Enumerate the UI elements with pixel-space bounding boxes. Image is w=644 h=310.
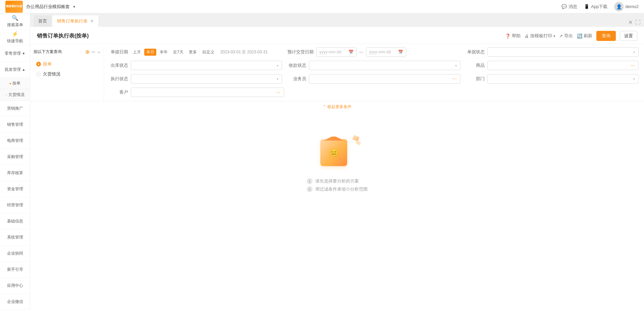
doc-status-arrow: ▾ xyxy=(633,50,635,54)
preset-近7天[interactable]: 近7天 xyxy=(171,49,185,56)
sidebar-item-retail[interactable]: 零售管理 ▼ xyxy=(0,46,30,62)
doc-status-label: 单据状态 xyxy=(466,49,485,55)
window-maximize-icon[interactable]: ⛶ xyxy=(635,19,641,25)
filter-right-panel: 单据日期 上月 本月 本年 近7天 更多 自定义 20 xyxy=(104,47,644,101)
scheme-item-欠货情况[interactable]: ○ 欠货情况 xyxy=(34,69,100,79)
filter-section: 按以下方案查询 ⊕ ✏ « ● 按单 ○ 欠货情况 xyxy=(30,44,644,101)
preset-上月[interactable]: 上月 xyxy=(131,49,143,56)
goods-select[interactable]: ··· xyxy=(487,61,639,70)
scheme-inactive-dot: ○ xyxy=(36,72,41,76)
expected-date-from-input[interactable]: yyyy-mm-dd 📅 xyxy=(316,47,357,57)
expected-date-to-input[interactable]: yyyy-mm-dd 📅 xyxy=(366,47,406,57)
chevron-up-icon: ▲ xyxy=(22,68,25,71)
sidebar-item-marketing[interactable]: 营销推广 xyxy=(0,101,30,117)
page-title: 销售订单执行表(按单) xyxy=(37,33,89,40)
date-filter: 上月 本月 本年 近7天 更多 自定义 2023-03-01 至 2023-03… xyxy=(131,49,268,56)
sidebar-group-retail: 零售管理 ▼ xyxy=(0,46,30,62)
sidebar-item-finance[interactable]: 资金管理 xyxy=(0,181,30,197)
sidebar-item-guide[interactable]: 新手引导 xyxy=(0,262,30,278)
preset-本月[interactable]: 本月 xyxy=(144,49,156,56)
filter-row-1: 单据日期 上月 本月 本年 近7天 更多 自定义 20 xyxy=(109,47,639,57)
empty-box-icon: 😑 xyxy=(320,139,347,166)
nav-icon: ⚡ xyxy=(12,31,18,37)
exec-status-label: 执行状态 xyxy=(109,76,128,82)
goods-dots-icon[interactable]: ··· xyxy=(631,62,635,68)
sidebar-item-basic[interactable]: 基础信息 xyxy=(0,213,30,229)
sidebar-item-sales[interactable]: 销售管理 xyxy=(0,117,30,133)
sidebar-item-system[interactable]: 系统管理 xyxy=(0,229,30,246)
query-button[interactable]: 查询 xyxy=(596,31,616,41)
out-status-select[interactable]: ▾ xyxy=(131,61,282,70)
filter-row-4: 客户 ··· xyxy=(109,88,639,97)
page-actions: ❓ 帮助 🖨 按模板打印 ▾ ↗ 导出 🔄 刷新 xyxy=(505,31,637,41)
export-button[interactable]: ↗ 导出 xyxy=(559,33,573,39)
sidebar-search[interactable]: 🔍 搜索菜单 xyxy=(0,13,30,30)
sidebar-item-wholesale[interactable]: 批发管理 ▲ xyxy=(0,62,30,78)
collapse-scheme-button[interactable]: « xyxy=(98,49,100,55)
step-1-number: 1 xyxy=(307,178,313,184)
page-header: 销售订单执行表(按单) ❓ 帮助 🖨 按模板打印 ▾ ↗ 导出 xyxy=(30,27,644,44)
exec-status-arrow: ▾ xyxy=(277,77,278,81)
chevron-down-icon: ▼ xyxy=(22,52,25,55)
message-button[interactable]: 💬 消息 xyxy=(561,4,577,10)
date-label: 单据日期 xyxy=(109,49,128,55)
date-presets: 上月 本月 本年 近7天 更多 自定义 xyxy=(131,49,216,56)
sidebar-item-apps[interactable]: 应用中心 xyxy=(0,278,30,294)
sidebar-sub-按单[interactable]: ● 按单 xyxy=(0,78,30,89)
sidebar-item-inventory[interactable]: 库存核算 xyxy=(0,165,30,181)
title-dropdown[interactable]: ▾ xyxy=(73,4,75,9)
window-close-icon[interactable]: ✕ xyxy=(628,19,633,25)
empty-steps-list: 1 请先选择要分析的方案 2 用过滤条件来缩小分析范围 xyxy=(307,178,368,194)
salesman-select[interactable]: ··· xyxy=(309,74,460,84)
export-icon: ↗ xyxy=(559,34,563,39)
tab-bar: 首页 销售订单执行表 ✕ ✕ ⛶ xyxy=(30,13,644,27)
scheme-panel-header: 按以下方案查询 ⊕ ✏ « xyxy=(34,47,100,56)
exec-status-select[interactable]: ▾ xyxy=(131,74,282,84)
sidebar-item-wechat[interactable]: 企业微信 xyxy=(0,294,30,310)
add-scheme-button[interactable]: ⊕ xyxy=(85,49,90,55)
template-print-button[interactable]: 🖨 按模板打印 ▾ xyxy=(525,33,555,39)
preset-更多[interactable]: 更多 xyxy=(187,49,199,56)
expected-date-label: 预计交货日期 xyxy=(287,49,314,55)
content-area: 首页 销售订单执行表 ✕ ✕ ⛶ 销售订单执行表(按单) ❓ 帮助 xyxy=(30,13,644,310)
salesman-dots-icon[interactable]: ··· xyxy=(452,76,457,82)
customer-dots-icon[interactable]: ··· xyxy=(276,89,280,95)
user-avatar[interactable]: 👤 demo2 xyxy=(614,2,639,11)
logo: 畅捷通好生意 xyxy=(5,1,23,13)
tab-close-sales-exec[interactable]: ✕ xyxy=(90,19,94,23)
customer-select[interactable]: ··· xyxy=(131,88,284,97)
preset-本年[interactable]: 本年 xyxy=(158,49,170,56)
dept-select[interactable]: ▾ xyxy=(487,74,639,84)
wholesale-label: 批发管理 xyxy=(5,67,21,72)
preset-自定义[interactable]: 自定义 xyxy=(200,49,216,56)
scheme-active-dot: ● xyxy=(36,62,41,66)
sidebar-sub-欠货情况[interactable]: ○ 欠货情况 xyxy=(0,89,30,101)
refresh-icon: 🔄 xyxy=(577,34,582,39)
sidebar-item-enterprise[interactable]: 企业协同 xyxy=(0,246,30,262)
app-download-button[interactable]: 📱 App下载 xyxy=(584,4,607,10)
empty-state: 😑 1 请先选择要分析的方案 2 用过滤条件来缩小分析范围 xyxy=(30,112,644,221)
date-separator: — xyxy=(359,50,363,54)
collapse-more-conditions[interactable]: ⌃ 收起更多条件 xyxy=(30,101,644,112)
empty-step-1: 1 请先选择要分析的方案 xyxy=(307,178,368,184)
empty-icon-container: 😑 xyxy=(320,139,354,173)
settings-button[interactable]: 设置 xyxy=(620,31,637,41)
sidebar-quick-nav[interactable]: ⚡ 快捷导航 xyxy=(0,30,30,46)
sidebar-item-operation[interactable]: 经营管理 xyxy=(0,197,30,213)
page-content: 销售订单执行表(按单) ❓ 帮助 🖨 按模板打印 ▾ ↗ 导出 xyxy=(30,27,644,310)
help-button[interactable]: ❓ 帮助 xyxy=(505,33,521,39)
refresh-button[interactable]: 🔄 刷新 xyxy=(577,33,592,39)
tab-home[interactable]: 首页 xyxy=(34,15,52,27)
calendar-to-icon: 📅 xyxy=(398,50,403,54)
app-title: 办公用品行业模拟账套 xyxy=(26,4,70,10)
search-icon: 🔍 xyxy=(12,15,18,21)
print-icon: 🖨 xyxy=(525,34,529,39)
tab-sales-exec[interactable]: 销售订单执行表 ✕ xyxy=(52,15,98,27)
date-range-display: 2023-03-01 至 2023-03-31 xyxy=(220,49,268,55)
recv-status-select[interactable]: ▾ xyxy=(309,61,460,70)
scheme-item-按单[interactable]: ● 按单 xyxy=(34,59,100,69)
sidebar-item-ecommerce[interactable]: 电商管理 xyxy=(0,133,30,149)
doc-status-select[interactable]: ▾ xyxy=(487,47,639,57)
sidebar-item-purchase[interactable]: 采购管理 xyxy=(0,149,30,165)
edit-scheme-button[interactable]: ✏ xyxy=(92,49,96,55)
